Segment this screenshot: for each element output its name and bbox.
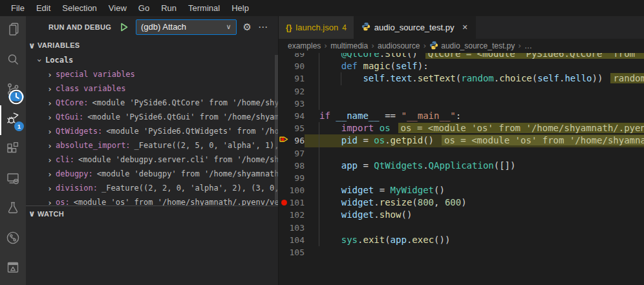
menu-item-file[interactable]: File bbox=[5, 0, 30, 16]
breakpoint-margin[interactable] bbox=[279, 53, 289, 60]
editor-group: {}launch.json4audio_source_test.py✕ exam… bbox=[278, 16, 644, 285]
code-editor[interactable]: 89 @QtCore.Slot()QtCore = <module 'PySid… bbox=[279, 53, 644, 285]
activity-bar-item-testing[interactable] bbox=[0, 195, 26, 224]
breakpoint-margin[interactable] bbox=[279, 110, 289, 122]
breakpoint-margin[interactable] bbox=[279, 134, 289, 147]
breadcrumb-item-audio-source-test-py[interactable]: audio_source_test.py bbox=[429, 41, 515, 52]
variables-section-header[interactable]: ∨ VARIABLES bbox=[26, 37, 278, 53]
breakpoint-margin[interactable] bbox=[279, 72, 289, 85]
breakpoint-margin[interactable] bbox=[279, 222, 289, 234]
chevron-right-icon[interactable]: › bbox=[47, 98, 53, 108]
chevron-down-icon[interactable]: › bbox=[35, 57, 45, 63]
chevron-right-icon[interactable]: › bbox=[47, 84, 53, 94]
breakpoint-margin[interactable] bbox=[279, 196, 289, 209]
activity-bar-item-run-and-debug[interactable]: 1 bbox=[0, 105, 26, 135]
tab-launch-json[interactable]: {}launch.json4 bbox=[279, 16, 354, 39]
breakpoint-margin[interactable] bbox=[279, 147, 289, 160]
chevron-right-icon[interactable]: › bbox=[47, 155, 53, 165]
variable-row-qtwidgets[interactable]: ›QtWidgets:<module 'PySide6.QtWidgets' f… bbox=[26, 124, 278, 138]
menu-item-terminal[interactable]: Terminal bbox=[182, 0, 226, 16]
variable-row-locals[interactable]: ›Locals bbox=[26, 53, 278, 67]
chevron-right-icon[interactable]: › bbox=[47, 169, 53, 179]
breakpoint-margin[interactable] bbox=[279, 60, 289, 72]
code-token bbox=[319, 209, 341, 220]
variable-row-division[interactable]: ›division:_Feature((2, 2, 0, 'alpha', 2)… bbox=[26, 181, 278, 195]
variable-row-debugpy[interactable]: ›debugpy:<module 'debugpy' from '/home/s… bbox=[26, 167, 278, 181]
code-line-96: 96 pid = os.getpid()os = <module 'os' fr… bbox=[279, 134, 644, 147]
python-file-icon bbox=[361, 22, 370, 33]
chevron-right-icon[interactable]: › bbox=[47, 112, 53, 122]
code-token: setText bbox=[418, 73, 456, 83]
breakpoint-margin[interactable] bbox=[279, 85, 289, 98]
chevron-right-icon[interactable]: › bbox=[47, 141, 53, 151]
menu-item-go[interactable]: Go bbox=[133, 0, 155, 16]
breakpoint-margin[interactable] bbox=[279, 246, 289, 259]
play-icon bbox=[119, 22, 129, 32]
activity-bar-item-bottom-panel[interactable] bbox=[0, 254, 26, 284]
debug-config-dropdown[interactable]: (gdb) Attach ∨ bbox=[136, 19, 237, 35]
activity-bar-item-source-control[interactable] bbox=[0, 76, 26, 105]
vscode-window: FileEditSelectionViewGoRunTerminalHelp 1… bbox=[0, 0, 644, 285]
chevron-right-icon[interactable]: › bbox=[47, 198, 53, 206]
more-actions-icon[interactable]: ⋯ bbox=[258, 22, 268, 32]
menu-item-run[interactable]: Run bbox=[155, 0, 182, 16]
code-line-93: 93 bbox=[279, 98, 644, 110]
code-token: : bbox=[456, 111, 461, 121]
variable-row-qtgui[interactable]: ›QtGui:<module 'PySide6.QtGui' from '/ho… bbox=[26, 110, 278, 124]
start-debugging-button[interactable] bbox=[119, 22, 129, 32]
sidebar-scrollbar[interactable] bbox=[275, 55, 278, 204]
breadcrumb-item-multimedia[interactable]: multimedia bbox=[330, 41, 368, 50]
breadcrumb-item-audiosource[interactable]: audiosource bbox=[378, 41, 420, 50]
menu-item-help[interactable]: Help bbox=[226, 0, 255, 16]
breadcrumb-item-examples[interactable]: examples bbox=[288, 41, 321, 50]
menu-item-edit[interactable]: Edit bbox=[30, 0, 56, 16]
chevron-right-icon[interactable]: › bbox=[47, 70, 53, 79]
run-and-debug-sidebar: RUN AND DEBUG (gdb) Attach ∨ ⚙ ⋯ ∨ VARIA… bbox=[26, 16, 278, 285]
code-token: show bbox=[380, 209, 402, 220]
menu-item-view[interactable]: View bbox=[103, 0, 133, 16]
activity-bar-item-remote-explorer[interactable] bbox=[0, 165, 26, 195]
code-token: getpid bbox=[391, 135, 424, 145]
breakpoint-margin[interactable] bbox=[279, 122, 289, 134]
debug-settings-gear-icon[interactable]: ⚙ bbox=[243, 22, 252, 32]
code-line-90: 90 def magic(self): bbox=[279, 60, 644, 72]
breakpoint-margin[interactable] bbox=[279, 172, 289, 184]
chevron-right-icon[interactable]: › bbox=[47, 127, 53, 136]
line-content bbox=[305, 147, 644, 160]
variable-row-cli[interactable]: ›cli:<module 'debugpy.server.cli' from '… bbox=[26, 153, 278, 167]
variable-row-absolute-import[interactable]: ›absolute_import:_Feature((2, 5, 0, 'alp… bbox=[26, 138, 278, 153]
activity-bar-item-search[interactable] bbox=[0, 46, 26, 76]
activity-bar-item-circle-branch[interactable] bbox=[0, 224, 26, 254]
variable-row-qtcore[interactable]: ›QtCore:<module 'PySide6.QtCore' from '/… bbox=[26, 96, 278, 110]
remote-explorer-icon bbox=[5, 171, 21, 189]
variable-row-class-variables[interactable]: ›class variables bbox=[26, 81, 278, 96]
variable-row-os[interactable]: ›os:<module 'os' from '/home/shyamnath/.… bbox=[26, 195, 278, 206]
breakpoint-margin[interactable] bbox=[279, 160, 289, 172]
breakpoint-margin[interactable] bbox=[279, 234, 289, 246]
code-line-89: 89 @QtCore.Slot()QtCore = <module 'PySid… bbox=[279, 53, 644, 60]
code-token: ): bbox=[418, 61, 429, 71]
menu-item-selection[interactable]: Selection bbox=[56, 0, 102, 16]
breakpoint-icon[interactable] bbox=[281, 200, 287, 206]
variable-row-special-variables[interactable]: ›special variables bbox=[26, 67, 278, 81]
line-number: 92 bbox=[289, 85, 305, 98]
breakpoint-margin[interactable] bbox=[279, 184, 289, 196]
code-line-100: 100 widget = MyWidget() bbox=[279, 184, 644, 196]
close-icon[interactable]: ✕ bbox=[462, 23, 467, 32]
indent-guide bbox=[319, 196, 319, 209]
code-token: = bbox=[358, 135, 374, 145]
indent-guide bbox=[319, 184, 319, 196]
breakpoint-margin[interactable] bbox=[279, 209, 289, 221]
line-number: 90 bbox=[289, 60, 305, 72]
indent-guide bbox=[319, 134, 319, 147]
activity-bar-item-extensions[interactable] bbox=[0, 135, 26, 165]
line-number: 89 bbox=[289, 53, 305, 60]
breadcrumb-item-[interactable]: … bbox=[524, 41, 532, 50]
variable-value: <module 'os' from '/home/shyamnath/.pyen… bbox=[74, 198, 278, 206]
chevron-right-icon[interactable]: › bbox=[47, 184, 53, 193]
watch-section-header[interactable]: ∨ WATCH bbox=[26, 206, 278, 221]
activity-bar-item-explorer[interactable] bbox=[0, 16, 26, 46]
breakpoint-margin[interactable] bbox=[279, 98, 289, 110]
code-token: widget bbox=[341, 209, 374, 220]
tab-audio-source-test-py[interactable]: audio_source_test.py✕ bbox=[354, 16, 476, 39]
